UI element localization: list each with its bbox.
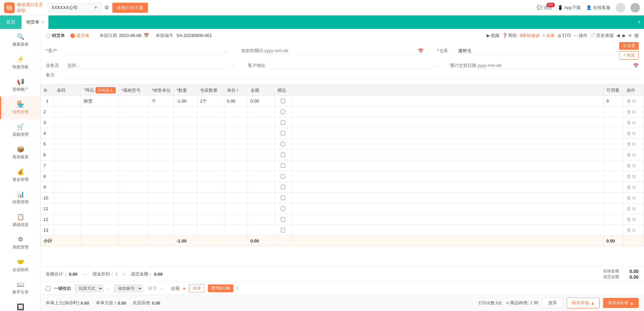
copy-icon[interactable]: ⧉	[632, 195, 635, 201]
shortcut-btn[interactable]: ⌨ 快捷键	[520, 33, 540, 39]
delete-icon[interactable]: 🗑	[627, 185, 631, 190]
customer-input[interactable]	[66, 47, 223, 54]
settlement-account-select[interactable]: 收款账号	[114, 284, 143, 293]
gift-checkbox[interactable]	[281, 120, 285, 125]
gift-checkbox[interactable]	[281, 142, 285, 146]
sidebar-item-enterprise[interactable]: 🤝 企业协同	[0, 254, 40, 277]
due-date-input[interactable]	[263, 47, 418, 54]
tab-close-icon[interactable]: ×	[41, 20, 44, 25]
salesman-input[interactable]	[66, 62, 229, 69]
settlement-method-select[interactable]: 结算方式	[75, 284, 104, 293]
copy-icon[interactable]: ⧉	[632, 131, 635, 136]
delete-icon[interactable]: 🗑	[627, 217, 631, 222]
sidebar-item-app-center[interactable]: 🔲 应用中心	[0, 299, 40, 311]
app-download-button[interactable]: 📱 App下载	[558, 5, 581, 11]
row-qty[interactable]: -1.00	[174, 96, 197, 107]
gift-checkbox[interactable]	[281, 228, 285, 232]
row-product[interactable]: 拆货	[81, 96, 119, 107]
sidebar-item-sales[interactable]: 🏪 销售管理	[0, 96, 40, 119]
gift-checkbox[interactable]	[281, 110, 285, 114]
nav-prev-icon[interactable]: ◀	[616, 33, 620, 38]
gift-checkbox[interactable]	[281, 153, 285, 157]
tab-home[interactable]: 首页	[0, 15, 22, 29]
delete-icon[interactable]: 🗑	[627, 99, 631, 104]
sidebar-item-purchase[interactable]: 🛒 采购管理	[0, 119, 40, 142]
gift-checkbox[interactable]	[281, 185, 285, 189]
video-btn[interactable]: ▶ 视频	[487, 33, 499, 39]
scan-button[interactable]: 扫码录入	[96, 87, 116, 93]
delete-icon[interactable]: 🗑	[627, 174, 631, 179]
tab-sales-order[interactable]: 销货单 ×	[22, 15, 48, 29]
online-service-button[interactable]: 👤 在线客服	[586, 5, 610, 11]
warehouse-input[interactable]	[457, 47, 614, 54]
row-pkg-qty[interactable]: 1个	[197, 96, 224, 107]
calendar-expected-icon[interactable]: 📅	[633, 63, 639, 68]
addr-dots[interactable]: ···	[433, 63, 437, 68]
sidebar-item-beginner[interactable]: 📖 新手引导	[0, 277, 40, 299]
row-barcode[interactable]	[54, 96, 81, 107]
gift-checkbox[interactable]	[281, 163, 285, 168]
logistics-button[interactable]: + 物流	[619, 51, 639, 60]
delete-icon[interactable]: 🗑	[627, 109, 631, 115]
delete-icon[interactable]: 🗑	[627, 206, 631, 211]
settings-button[interactable]: ⚙ 设置	[619, 42, 639, 50]
account-dots[interactable]: ···	[160, 286, 164, 291]
copy-icon[interactable]: ⧉	[632, 152, 635, 158]
copy-icon[interactable]: ⧉	[632, 109, 635, 115]
sidebar-item-search[interactable]: 🔍 搜索菜单	[0, 29, 40, 51]
notes-input[interactable]	[66, 72, 639, 78]
copy-icon[interactable]: ⧉	[632, 120, 635, 125]
customer-addr-input[interactable]	[268, 62, 431, 69]
gear-icon[interactable]: ⚙	[104, 4, 109, 11]
radio-sales[interactable]: 销货单	[46, 33, 65, 39]
copy-icon[interactable]: ⧉	[632, 163, 635, 168]
calendar-icon[interactable]: 📅	[144, 33, 149, 38]
gift-checkbox[interactable]	[281, 196, 285, 200]
gift-checkbox[interactable]	[281, 174, 285, 179]
copy-icon[interactable]: ⧉	[632, 206, 635, 211]
sidebar-item-system[interactable]: ⚙ 系统管理	[0, 232, 40, 254]
view-list-icon[interactable]: ≡	[629, 33, 632, 39]
delete-icon[interactable]: 🗑	[627, 195, 631, 201]
sidebar-item-quick-nav[interactable]: ⚡ 快捷导航	[0, 51, 40, 74]
delete-icon[interactable]: 🗑	[627, 120, 631, 125]
message-button[interactable]: 💬 消息 99+	[537, 5, 552, 11]
sidebar-item-base[interactable]: 📋 基础信息	[0, 209, 40, 232]
salesman-dots[interactable]: ···	[231, 63, 234, 68]
help-btn[interactable]: ❓ 帮助	[502, 33, 517, 39]
cost-button[interactable]: 费用&分摊	[208, 284, 233, 292]
tab-bar-close-icon[interactable]: ×	[638, 19, 641, 25]
save-draft-button[interactable]: 保存草稿 ▲	[567, 298, 600, 308]
copy-icon[interactable]: ⧉	[632, 185, 635, 190]
save-new-button[interactable]: 保存&新增 ▲	[603, 298, 639, 308]
row-price[interactable]: 0.00	[224, 96, 248, 107]
radio-return[interactable]: 退货单	[70, 33, 89, 39]
trial-button[interactable]: 体验行业方案	[112, 3, 148, 13]
delete-icon[interactable]: 🗑	[627, 163, 631, 168]
delete-icon[interactable]: 🗑	[627, 228, 631, 233]
row-note[interactable]	[291, 96, 603, 107]
sidebar-item-inventory[interactable]: 📦 库存核算	[0, 142, 40, 164]
history-btn[interactable]: 📄 历史单据	[590, 33, 614, 39]
gift-checkbox[interactable]	[281, 206, 285, 211]
customer-dots[interactable]: ···	[224, 48, 228, 53]
abandon-button[interactable]: 放弃	[542, 298, 563, 308]
gift-checkbox[interactable]	[281, 99, 285, 103]
delete-icon[interactable]: 🗑	[627, 152, 631, 158]
company-selector[interactable]: XXXXXX公司 ▼	[48, 3, 102, 12]
nav-next-icon[interactable]: ▶	[622, 33, 626, 38]
copy-icon[interactable]: ⧉	[632, 217, 635, 222]
select-btn[interactable]: ≡ 选单	[542, 33, 555, 39]
sidebar-item-business[interactable]: 📊 经营管理	[0, 187, 40, 209]
sidebar-item-finance[interactable]: 💰 资金管理	[0, 164, 40, 187]
view-grid-icon[interactable]: ⊞	[634, 32, 639, 39]
settlement-method-dots[interactable]: ···	[107, 286, 111, 291]
print-btn[interactable]: 🖨 打印	[557, 33, 571, 39]
calendar-due-icon[interactable]: 📅	[418, 48, 423, 53]
gift-checkbox[interactable]	[281, 217, 285, 222]
operation-btn[interactable]: ⋯ 操作	[574, 33, 588, 39]
delete-icon[interactable]: 🗑	[627, 131, 631, 136]
gift-checkbox[interactable]	[281, 131, 285, 135]
copy-icon[interactable]: ⧉	[632, 142, 635, 147]
one-click-payment-checkbox[interactable]	[46, 286, 50, 291]
